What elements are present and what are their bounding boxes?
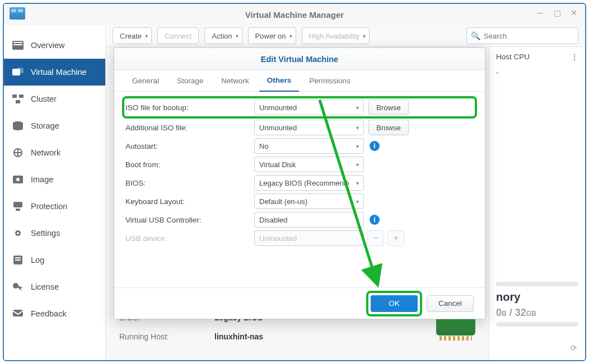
additional-iso-select[interactable]: Unmounted ▾ bbox=[254, 120, 364, 135]
usb-controller-label: Virtual USB Controller: bbox=[125, 216, 254, 224]
caret-down-icon: ▾ bbox=[356, 125, 359, 131]
caret-down-icon: ▾ bbox=[289, 33, 292, 39]
usb-device-label: USB device: bbox=[125, 234, 254, 243]
keyboard-select[interactable]: Default (en-us) ▾ bbox=[254, 193, 364, 209]
sidebar-item-label: Network bbox=[31, 148, 60, 157]
remove-usb-button: − bbox=[367, 230, 384, 246]
modal-footer: OK Cancel bbox=[114, 287, 485, 319]
high-availability-button[interactable]: High Availability▾ bbox=[302, 27, 370, 44]
additional-iso-browse-button[interactable]: Browse bbox=[368, 120, 409, 135]
search-icon: 🔍 bbox=[471, 31, 480, 40]
caret-down-icon: ▾ bbox=[145, 33, 148, 39]
iso-bootup-value: Unmounted bbox=[259, 103, 297, 112]
power-on-label: Power on bbox=[255, 32, 286, 40]
sidebar-item-virtual-machine[interactable]: Virtual Machine bbox=[4, 59, 105, 86]
cancel-button[interactable]: Cancel bbox=[427, 295, 474, 312]
search-wrap: 🔍 bbox=[466, 27, 578, 44]
caret-down-icon: ▾ bbox=[356, 198, 359, 205]
memory-block: nory 0B / 32GB bbox=[496, 291, 578, 327]
modal-body: ISO file for bootup: Unmounted ▾ Browse … bbox=[114, 92, 485, 287]
boot-from-select[interactable]: Virtual Disk ▾ bbox=[254, 157, 364, 172]
svg-rect-7 bbox=[16, 100, 20, 103]
add-usb-button: + bbox=[387, 230, 404, 246]
create-button[interactable]: Create▾ bbox=[113, 27, 152, 44]
vm-icon bbox=[12, 67, 24, 77]
protection-icon bbox=[12, 201, 24, 211]
memory-label: nory bbox=[496, 291, 578, 304]
refresh-icon[interactable]: ⟳ bbox=[571, 343, 577, 352]
power-on-button[interactable]: Power on▾ bbox=[248, 27, 296, 44]
sidebar-item-feedback[interactable]: Feedback bbox=[4, 300, 105, 327]
kebab-icon[interactable]: ⋮ bbox=[571, 53, 578, 62]
sidebar-item-cluster[interactable]: Cluster bbox=[4, 86, 105, 112]
boot-from-label: Boot from: bbox=[125, 160, 254, 169]
svg-rect-18 bbox=[15, 259, 21, 261]
usb-controller-select[interactable]: Disabled ▾ bbox=[254, 212, 364, 228]
svg-rect-4 bbox=[17, 68, 24, 73]
sidebar-item-license[interactable]: License bbox=[4, 273, 105, 300]
row-boot-from: Boot from: Virtual Disk ▾ bbox=[125, 155, 474, 173]
autostart-select[interactable]: No ▾ bbox=[254, 138, 364, 154]
minimize-button[interactable]: ─ bbox=[532, 6, 548, 20]
bios-select[interactable]: Legacy BIOS (Recommended) ▾ bbox=[254, 175, 364, 191]
detail-row-running-host: Running Host: linuxhint-nas bbox=[119, 332, 475, 341]
sidebar-item-network[interactable]: Network bbox=[4, 139, 105, 166]
ok-highlight: OK bbox=[368, 293, 420, 314]
tab-others[interactable]: Others bbox=[259, 70, 300, 92]
host-cpu-label: Host CPU bbox=[496, 53, 530, 62]
sidebar-item-storage[interactable]: Storage bbox=[4, 112, 105, 139]
toolbar: Create▾ Connect Action▾ Power on▾ High A… bbox=[106, 25, 585, 47]
bios-field-label: BIOS: bbox=[125, 179, 254, 187]
usb-controller-value: Disabled bbox=[259, 216, 288, 224]
tab-storage[interactable]: Storage bbox=[169, 70, 211, 92]
row-additional-iso: Additional ISO file: Unmounted ▾ Browse bbox=[125, 119, 474, 136]
sidebar: Overview Virtual Machine Cluster Storage… bbox=[4, 25, 106, 360]
sidebar-item-log[interactable]: Log bbox=[4, 247, 105, 273]
memory-usage-bar bbox=[496, 322, 578, 327]
cluster-icon bbox=[12, 94, 24, 104]
mem-used-unit: B bbox=[502, 310, 507, 318]
mem-used: 0 bbox=[496, 307, 502, 318]
svg-point-15 bbox=[17, 232, 19, 234]
sidebar-item-settings[interactable]: Settings bbox=[4, 220, 105, 247]
additional-iso-value: Unmounted bbox=[259, 124, 297, 132]
connect-button[interactable]: Connect bbox=[157, 27, 199, 44]
caret-down-icon: ▾ bbox=[356, 217, 359, 223]
sidebar-item-label: Settings bbox=[31, 229, 60, 238]
sidebar-item-overview[interactable]: Overview bbox=[4, 32, 105, 59]
feedback-icon bbox=[12, 309, 24, 319]
row-iso-bootup: ISO file for bootup: Unmounted ▾ Browse bbox=[124, 98, 475, 116]
iso-bootup-browse-button[interactable]: Browse bbox=[368, 100, 409, 115]
usb-device-select: Unmounted bbox=[254, 230, 364, 246]
svg-rect-6 bbox=[19, 94, 24, 98]
caret-down-icon: ▾ bbox=[356, 143, 359, 149]
sidebar-item-label: Protection bbox=[31, 202, 67, 211]
tab-permissions[interactable]: Permissions bbox=[301, 70, 358, 92]
running-host-value: linuxhint-nas bbox=[214, 332, 263, 341]
info-icon[interactable]: i bbox=[370, 215, 380, 225]
tab-general[interactable]: General bbox=[124, 70, 167, 92]
app-window: Virtual Machine Manager ─ ▢ ✕ Overview V… bbox=[3, 3, 586, 361]
ok-button[interactable]: OK bbox=[371, 295, 418, 312]
action-button[interactable]: Action▾ bbox=[204, 27, 242, 44]
caret-down-icon: ▾ bbox=[356, 162, 359, 168]
row-keyboard: Keyboard Layout: Default (en-us) ▾ bbox=[125, 192, 474, 210]
image-icon bbox=[12, 174, 24, 185]
mem-total: 32 bbox=[515, 307, 526, 318]
sidebar-item-image[interactable]: Image bbox=[4, 166, 105, 193]
maximize-button[interactable]: ▢ bbox=[549, 6, 565, 20]
info-icon[interactable]: i bbox=[370, 141, 380, 151]
caret-down-icon: ▾ bbox=[363, 33, 366, 39]
sidebar-item-label: Storage bbox=[31, 121, 59, 130]
sidebar-item-label: Feedback bbox=[31, 309, 67, 318]
sidebar-item-label: Overview bbox=[31, 41, 64, 50]
tab-network[interactable]: Network bbox=[213, 70, 257, 92]
ha-label: High Availability bbox=[309, 32, 360, 40]
sidebar-item-protection[interactable]: Protection bbox=[4, 193, 105, 220]
row-usb-controller: Virtual USB Controller: Disabled ▾ i bbox=[125, 211, 474, 229]
search-input[interactable] bbox=[466, 27, 578, 44]
create-label: Create bbox=[120, 32, 142, 40]
iso-bootup-select[interactable]: Unmounted ▾ bbox=[254, 100, 364, 115]
close-button[interactable]: ✕ bbox=[566, 6, 582, 20]
edit-vm-modal: Edit Virtual Machine General Storage Net… bbox=[114, 48, 485, 319]
